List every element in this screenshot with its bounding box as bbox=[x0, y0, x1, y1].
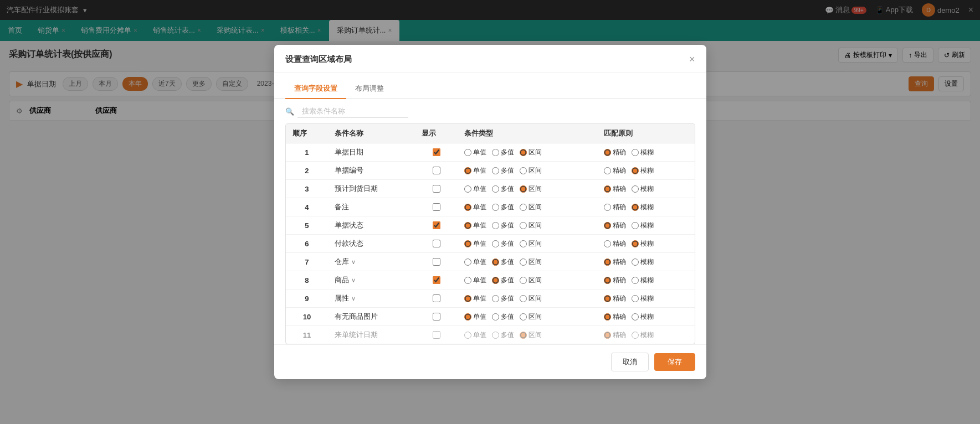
radio-match-模糊-5[interactable]: 模糊 bbox=[632, 239, 654, 249]
radio-input-type-0-多值[interactable] bbox=[492, 149, 499, 156]
radio-type-区间-5[interactable]: 区间 bbox=[520, 239, 542, 249]
radio-type-单值-9[interactable]: 单值 bbox=[464, 312, 486, 322]
radio-type-多值-1[interactable]: 多值 bbox=[492, 166, 514, 175]
save-button[interactable]: 保存 bbox=[654, 353, 695, 371]
radio-type-单值-1[interactable]: 单值 bbox=[464, 166, 486, 175]
radio-input-type-10-多值[interactable] bbox=[492, 332, 499, 339]
radio-input-match-6-精确[interactable] bbox=[604, 258, 611, 266]
row-checkbox-9[interactable] bbox=[433, 313, 440, 320]
radio-type-单值-2[interactable]: 单值 bbox=[464, 184, 486, 194]
row-checkbox-6[interactable] bbox=[433, 258, 440, 266]
radio-type-区间-2[interactable]: 区间 bbox=[520, 184, 542, 194]
radio-input-match-1-模糊[interactable] bbox=[632, 167, 639, 174]
radio-type-单值-4[interactable]: 单值 bbox=[464, 221, 486, 230]
radio-input-match-10-模糊[interactable] bbox=[632, 332, 639, 339]
radio-input-match-3-模糊[interactable] bbox=[632, 204, 639, 211]
radio-input-type-1-多值[interactable] bbox=[492, 167, 499, 174]
expand-icon[interactable]: ∨ bbox=[351, 295, 356, 302]
radio-match-精确-6[interactable]: 精确 bbox=[604, 257, 626, 267]
radio-input-type-9-多值[interactable] bbox=[492, 313, 499, 320]
radio-input-type-10-区间[interactable] bbox=[520, 332, 527, 339]
radio-match-模糊-0[interactable]: 模糊 bbox=[632, 148, 654, 157]
radio-type-多值-4[interactable]: 多值 bbox=[492, 221, 514, 230]
radio-type-单值-8[interactable]: 单值 bbox=[464, 294, 486, 303]
row-checkbox-7[interactable] bbox=[433, 276, 440, 284]
radio-match-模糊-7[interactable]: 模糊 bbox=[632, 276, 654, 285]
radio-input-match-2-模糊[interactable] bbox=[632, 185, 639, 193]
row-checkbox-3[interactable] bbox=[433, 203, 440, 211]
radio-type-区间-7[interactable]: 区间 bbox=[520, 276, 542, 285]
radio-input-match-5-模糊[interactable] bbox=[632, 240, 639, 247]
row-checkbox-8[interactable] bbox=[433, 294, 440, 302]
radio-type-多值-7[interactable]: 多值 bbox=[492, 276, 514, 285]
radio-match-模糊-6[interactable]: 模糊 bbox=[632, 257, 654, 267]
radio-input-type-5-单值[interactable] bbox=[464, 240, 471, 247]
row-checkbox-0[interactable] bbox=[433, 148, 440, 156]
search-input[interactable] bbox=[297, 105, 408, 118]
radio-type-单值-10[interactable]: 单值 bbox=[464, 330, 486, 340]
radio-input-type-8-区间[interactable] bbox=[520, 295, 527, 302]
radio-input-type-8-单值[interactable] bbox=[464, 295, 471, 302]
radio-type-多值-2[interactable]: 多值 bbox=[492, 184, 514, 194]
radio-match-模糊-2[interactable]: 模糊 bbox=[632, 184, 654, 194]
radio-match-精确-5[interactable]: 精确 bbox=[604, 239, 626, 249]
radio-input-match-4-模糊[interactable] bbox=[632, 222, 639, 229]
radio-type-单值-5[interactable]: 单值 bbox=[464, 239, 486, 249]
radio-input-match-4-精确[interactable] bbox=[604, 222, 611, 229]
radio-match-精确-1[interactable]: 精确 bbox=[604, 166, 626, 175]
radio-input-type-9-区间[interactable] bbox=[520, 313, 527, 320]
expand-icon[interactable]: ∨ bbox=[351, 277, 356, 284]
radio-type-多值-9[interactable]: 多值 bbox=[492, 312, 514, 322]
radio-input-type-4-多值[interactable] bbox=[492, 222, 499, 229]
radio-type-区间-4[interactable]: 区间 bbox=[520, 221, 542, 230]
radio-type-区间-10[interactable]: 区间 bbox=[520, 330, 542, 340]
radio-input-type-10-单值[interactable] bbox=[464, 332, 471, 339]
row-checkbox-2[interactable] bbox=[433, 185, 440, 193]
radio-type-区间-3[interactable]: 区间 bbox=[520, 203, 542, 212]
radio-input-type-7-区间[interactable] bbox=[520, 277, 527, 284]
radio-input-match-9-精确[interactable] bbox=[604, 313, 611, 320]
radio-input-match-0-精确[interactable] bbox=[604, 149, 611, 156]
radio-input-type-2-多值[interactable] bbox=[492, 185, 499, 193]
cancel-button[interactable]: 取消 bbox=[611, 353, 649, 371]
radio-match-精确-8[interactable]: 精确 bbox=[604, 294, 626, 303]
radio-input-match-3-精确[interactable] bbox=[604, 204, 611, 211]
radio-type-区间-0[interactable]: 区间 bbox=[520, 148, 542, 157]
radio-type-多值-10[interactable]: 多值 bbox=[492, 330, 514, 340]
radio-type-多值-6[interactable]: 多值 bbox=[492, 257, 514, 267]
radio-match-模糊-3[interactable]: 模糊 bbox=[632, 203, 654, 212]
radio-input-type-1-单值[interactable] bbox=[464, 167, 471, 174]
radio-input-match-0-模糊[interactable] bbox=[632, 149, 639, 156]
radio-input-type-8-多值[interactable] bbox=[492, 295, 499, 302]
radio-input-match-1-精确[interactable] bbox=[604, 167, 611, 174]
radio-match-模糊-8[interactable]: 模糊 bbox=[632, 294, 654, 303]
radio-match-精确-9[interactable]: 精确 bbox=[604, 312, 626, 322]
expand-icon[interactable]: ∨ bbox=[351, 258, 356, 266]
radio-input-match-8-模糊[interactable] bbox=[632, 295, 639, 302]
radio-match-精确-0[interactable]: 精确 bbox=[604, 148, 626, 157]
radio-input-type-5-区间[interactable] bbox=[520, 240, 527, 247]
radio-input-type-0-区间[interactable] bbox=[520, 149, 527, 156]
radio-type-多值-0[interactable]: 多值 bbox=[492, 148, 514, 157]
radio-input-type-6-单值[interactable] bbox=[464, 258, 471, 266]
radio-input-match-8-精确[interactable] bbox=[604, 295, 611, 302]
row-checkbox-10[interactable] bbox=[433, 331, 440, 339]
radio-type-区间-8[interactable]: 区间 bbox=[520, 294, 542, 303]
radio-input-match-7-模糊[interactable] bbox=[632, 277, 639, 284]
radio-input-type-3-区间[interactable] bbox=[520, 204, 527, 211]
radio-type-多值-5[interactable]: 多值 bbox=[492, 239, 514, 249]
radio-match-精确-3[interactable]: 精确 bbox=[604, 203, 626, 212]
radio-match-模糊-10[interactable]: 模糊 bbox=[632, 330, 654, 340]
radio-match-精确-4[interactable]: 精确 bbox=[604, 221, 626, 230]
radio-input-match-6-模糊[interactable] bbox=[632, 258, 639, 266]
radio-input-type-4-区间[interactable] bbox=[520, 222, 527, 229]
radio-input-type-2-单值[interactable] bbox=[464, 185, 471, 193]
radio-type-区间-6[interactable]: 区间 bbox=[520, 257, 542, 267]
radio-type-区间-1[interactable]: 区间 bbox=[520, 166, 542, 175]
radio-type-单值-7[interactable]: 单值 bbox=[464, 276, 486, 285]
radio-type-多值-3[interactable]: 多值 bbox=[492, 203, 514, 212]
radio-match-模糊-9[interactable]: 模糊 bbox=[632, 312, 654, 322]
radio-input-type-6-区间[interactable] bbox=[520, 258, 527, 266]
radio-input-type-1-区间[interactable] bbox=[520, 167, 527, 174]
radio-input-match-9-模糊[interactable] bbox=[632, 313, 639, 320]
